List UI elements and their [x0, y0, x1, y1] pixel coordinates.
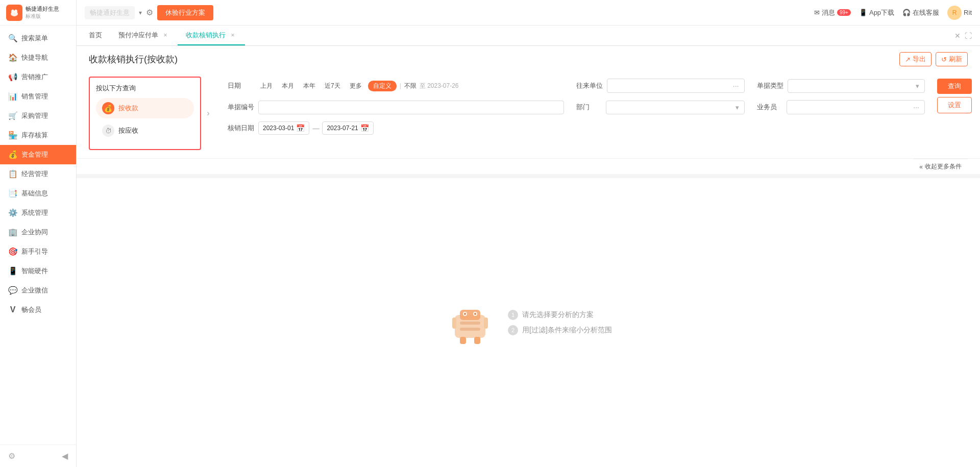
filter-wrapper: 按以下方查询 💰 按收款 ⏱ 按应收 ›: [77, 72, 980, 158]
settings-icon[interactable]: ⚙: [8, 451, 15, 461]
filter-fields: 日期 上月 本月 本年 近7天 更多 自定义 | 不限 至 2023-07-26: [215, 72, 937, 154]
sidebar-item-label: 企业微信: [21, 286, 48, 295]
home-icon: 🏠: [8, 53, 17, 62]
main: 畅捷通好生意 ▾ ⚙ 休验行业方案 ✉ 消息 99+ 📱 App下载 🎧 在线客…: [77, 0, 980, 467]
filter-collapse-button[interactable]: ›: [203, 109, 213, 118]
export-label: 导出: [913, 55, 926, 64]
refresh-button[interactable]: ↺ 刷新: [936, 52, 968, 66]
user-info[interactable]: R Rit: [947, 6, 972, 20]
verify-date-start-input[interactable]: 2023-03-01 📅: [258, 121, 309, 135]
empty-text: 1 请先选择要分析的方案 2 用[过滤]条件来缩小分析范围: [508, 310, 612, 335]
tab-prepay-close-icon[interactable]: ×: [161, 31, 169, 39]
tab-close-all-icon[interactable]: ✕: [954, 32, 961, 40]
counterpart-select[interactable]: ···: [607, 79, 745, 93]
marketing-icon: 📢: [8, 72, 17, 82]
tab-expand-icon[interactable]: ⛶: [965, 32, 972, 40]
sidebar-item-wechat[interactable]: 💬 企业微信: [0, 281, 76, 300]
search-icon: 🔍: [8, 34, 17, 43]
sidebar-item-guide[interactable]: 🎯 新手引导: [0, 242, 76, 261]
filter-title: 按以下方查询: [96, 84, 194, 93]
svg-rect-13: [452, 317, 456, 329]
doc-type-label: 单据类型: [757, 81, 783, 90]
sidebar-item-finance[interactable]: 💰 资金管理: [0, 145, 76, 164]
date-btn-more[interactable]: 更多: [347, 81, 365, 91]
svg-rect-12: [460, 328, 480, 331]
tab-receipt-verify[interactable]: 收款核销执行 ×: [178, 26, 245, 45]
set-button[interactable]: 设置: [937, 97, 972, 113]
service-action[interactable]: 🎧 在线客服: [902, 8, 939, 17]
doc-no-input[interactable]: [258, 101, 564, 114]
collapse-icon[interactable]: ◀: [62, 451, 68, 461]
dept-dropdown-icon: ▾: [736, 104, 739, 111]
industry-button[interactable]: 休验行业方案: [157, 5, 213, 20]
tab-home[interactable]: 首页: [81, 26, 110, 45]
sidebar-item-enterprise[interactable]: 🏢 企业协同: [0, 223, 76, 242]
filter-option-by-receivable[interactable]: ⏱ 按应收: [96, 120, 194, 141]
tab-bar: 首页 预付冲应付单 × 收款核销执行 × ✕ ⛶: [77, 26, 980, 46]
more-conditions-bar: « 收起更多条件: [77, 158, 980, 174]
verify-date-end-input[interactable]: 2023-07-21 📅: [322, 121, 373, 135]
filter-right-wrapper: 日期 上月 本月 本年 近7天 更多 自定义 | 不限 至 2023-07-26: [215, 72, 980, 154]
svg-point-10: [474, 313, 476, 315]
date-btn-this-year[interactable]: 本年: [300, 81, 318, 91]
date-btn-last-month[interactable]: 上月: [257, 81, 276, 91]
svg-rect-16: [474, 337, 480, 344]
logo-icon: [6, 5, 22, 21]
dept-select[interactable]: ▾: [606, 101, 745, 114]
export-button[interactable]: ↗ 导出: [899, 52, 932, 66]
tab-receipt-close-icon[interactable]: ×: [229, 31, 237, 39]
filter-option-by-receipt[interactable]: 💰 按收款: [96, 98, 194, 118]
doc-type-dropdown-icon: ▾: [916, 82, 919, 90]
tab-actions: ✕ ⛶: [950, 26, 976, 45]
sidebar: 畅捷通好生意 标准版 🔍 搜索菜单 🏠 快捷导航 📢 营销推广 📊 销售管理 🛒…: [0, 0, 77, 467]
sidebar-item-quick-nav[interactable]: 🏠 快捷导航: [0, 48, 76, 67]
message-icon: ✉: [814, 9, 820, 16]
sidebar-item-label: 资金管理: [21, 150, 48, 159]
salesman-field: 业务员 ···: [757, 100, 925, 114]
by-receipt-icon: 💰: [102, 102, 114, 114]
user-name: Rit: [964, 9, 972, 16]
doc-type-select[interactable]: ▾: [788, 79, 925, 93]
counterpart-label: 往来单位: [576, 81, 603, 90]
salesman-dots-icon: ···: [913, 103, 919, 111]
svg-rect-14: [484, 317, 488, 329]
filter-row-2: 单据编号 部门 ▾ 业务员: [228, 100, 925, 114]
date-btn-7days[interactable]: 近7天: [322, 81, 344, 91]
sidebar-item-label: 新手引导: [21, 247, 48, 256]
date-btn-this-month[interactable]: 本月: [279, 81, 297, 91]
sidebar-item-operation[interactable]: 📋 经营管理: [0, 164, 76, 184]
message-action[interactable]: ✉ 消息 99+: [814, 8, 851, 17]
more-conditions-button[interactable]: « 收起更多条件: [913, 159, 968, 174]
tab-prepay[interactable]: 预付冲应付单 ×: [110, 26, 178, 45]
salesman-select[interactable]: ···: [787, 100, 925, 114]
refresh-label: 刷新: [949, 55, 962, 64]
dropdown-arrow-icon[interactable]: ▾: [139, 9, 142, 16]
sidebar-item-search[interactable]: 🔍 搜索菜单: [0, 29, 76, 48]
date-range-separator: —: [312, 125, 319, 132]
page-title: 收款核销执行(按收款): [89, 53, 178, 71]
query-button[interactable]: 查询: [937, 79, 972, 94]
app-icon: 📱: [859, 9, 867, 16]
sidebar-item-sales[interactable]: 📊 销售管理: [0, 87, 76, 106]
hint-number-2: 2: [508, 325, 518, 335]
by-receipt-label: 按收款: [118, 104, 138, 113]
settings-gear-icon[interactable]: ⚙: [146, 8, 153, 17]
sidebar-menu: 🔍 搜索菜单 🏠 快捷导航 📢 营销推广 📊 销售管理 🛒 采购管理 🏪 库存核…: [0, 26, 76, 445]
content-area: 收款核销执行(按收款) ↗ 导出 ↺ 刷新 按以下方查询 💰 按收款: [77, 46, 980, 467]
sidebar-item-marketing[interactable]: 📢 营销推广: [0, 67, 76, 87]
sidebar-item-member[interactable]: V 畅会员: [0, 300, 76, 319]
sidebar-item-purchase[interactable]: 🛒 采购管理: [0, 106, 76, 126]
tab-prepay-label: 预付冲应付单: [118, 31, 158, 40]
sidebar-item-label: 营销推广: [21, 72, 48, 82]
sidebar-item-inventory[interactable]: 🏪 库存核算: [0, 126, 76, 145]
sidebar-item-basic[interactable]: 📑 基础信息: [0, 184, 76, 203]
app-download-action[interactable]: 📱 App下载: [859, 8, 894, 17]
sidebar-item-system[interactable]: ⚙️ 系统管理: [0, 203, 76, 223]
top-header: 畅捷通好生意 ▾ ⚙ 休验行业方案 ✉ 消息 99+ 📱 App下载 🎧 在线客…: [77, 0, 980, 26]
basic-icon: 📑: [8, 189, 17, 198]
enterprise-icon: 🏢: [8, 228, 17, 237]
svg-point-4: [15, 9, 17, 11]
hint-number-1: 1: [508, 310, 518, 320]
date-btn-custom[interactable]: 自定义: [368, 81, 397, 91]
sidebar-item-hardware[interactable]: 📱 智能硬件: [0, 261, 76, 281]
